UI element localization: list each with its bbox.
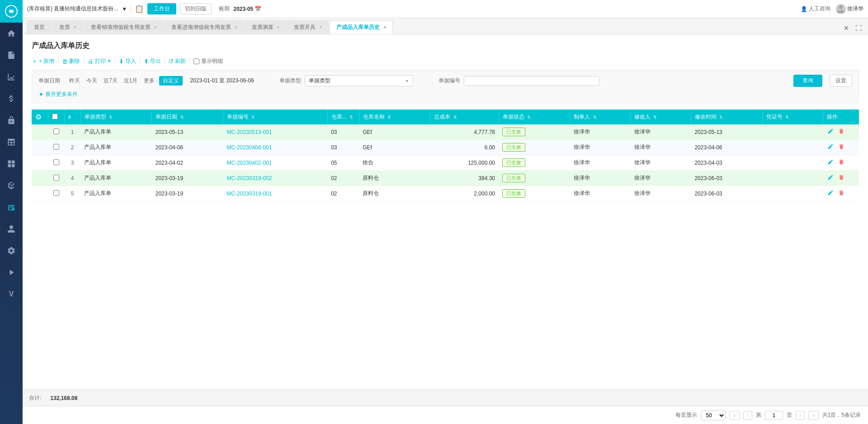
view-button-2[interactable] [826, 158, 835, 167]
delete-button[interactable]: 🗑 删除 [62, 57, 80, 65]
col-total-cost[interactable]: 总成本 ⇅ [430, 110, 499, 124]
date-option-custom[interactable]: 自定义 [159, 76, 183, 86]
delete-button-2[interactable] [837, 158, 845, 167]
doc-icon[interactable]: 📋 [135, 5, 144, 13]
tab-sales-vat[interactable]: 查看销项增值税专用发票 × [84, 20, 164, 34]
date-option-7days[interactable]: 近7天 [102, 76, 119, 86]
cell-modifier-4: 徐泽华 [631, 186, 691, 201]
period-calendar-icon: 📅 [255, 6, 261, 12]
setting-button[interactable]: 设置 [830, 75, 852, 87]
prev-page-button[interactable]: ‹ [743, 411, 752, 420]
last-page-button[interactable]: » [808, 411, 819, 420]
first-page-button[interactable]: « [729, 411, 740, 420]
date-option-yesterday[interactable]: 昨天 [67, 76, 82, 86]
sidebar-item-lock[interactable] [0, 110, 23, 131]
delete-button-0[interactable] [837, 127, 845, 137]
tab-calc-close[interactable]: × [277, 25, 280, 30]
date-option-more[interactable]: 更多 [142, 76, 156, 86]
tab-open[interactable]: 发票开具 × [287, 20, 329, 34]
sidebar-item-v[interactable]: V [0, 283, 23, 305]
tab-purchase-vat-close[interactable]: × [235, 25, 237, 30]
sidebar-item-play[interactable] [0, 262, 23, 283]
view-button-0[interactable] [826, 127, 835, 137]
view-button-4[interactable] [826, 189, 835, 198]
select-all-checkbox[interactable] [52, 114, 58, 119]
row-link-4[interactable]: MC-20230319-001 [226, 191, 272, 197]
workbench-button[interactable]: 工作台 [147, 3, 176, 14]
tab-invoice[interactable]: 发票 × [52, 20, 83, 34]
type-filter-select[interactable]: 单据类型 ▼ [305, 75, 413, 86]
col-warehouse-code[interactable]: 仓库... ⇅ [327, 110, 359, 124]
col-warehouse-name[interactable]: 仓库名称 ⇅ [359, 110, 430, 124]
tab-open-close[interactable]: × [319, 25, 322, 30]
col-voucher[interactable]: 凭证号 ⇅ [762, 110, 823, 124]
row-link-1[interactable]: MC-20230406-001 [226, 144, 272, 151]
app-logo[interactable] [0, 0, 23, 23]
date-range-display[interactable]: 2023-01-01 至 2023-06-06 [190, 77, 254, 85]
next-page-button[interactable]: › [796, 411, 805, 420]
tab-invoice-close[interactable]: × [74, 25, 76, 30]
col-date[interactable]: 单据日期 ⇅ [152, 110, 223, 124]
filter-row-2: ▼ 展开更多条件 [38, 91, 852, 98]
date-option-1month[interactable]: 近1月 [122, 76, 140, 86]
col-modifier[interactable]: 修改人 ⇅ [631, 110, 691, 124]
sidebar-item-grid[interactable] [0, 153, 23, 175]
sidebar-item-settings[interactable] [0, 240, 23, 262]
tab-calc[interactable]: 发票测算 × [245, 20, 287, 34]
settings-icon[interactable]: ⚙ [35, 113, 42, 121]
tab-close-all-button[interactable]: ✕ [842, 24, 851, 33]
delete-button-3[interactable] [837, 173, 845, 183]
tab-purchase-vat[interactable]: 查看进项增值税专用发票 × [165, 20, 244, 34]
tab-product-history-close[interactable]: × [383, 25, 386, 30]
date-option-today[interactable]: 今天 [85, 76, 99, 86]
sidebar-item-chart[interactable] [0, 66, 23, 88]
row-link-2[interactable]: MC-20230402-001 [226, 160, 272, 166]
tab-sales-vat-close[interactable]: × [154, 25, 157, 30]
sidebar-item-box[interactable] [0, 175, 23, 196]
export-button[interactable]: ⬆ 导出 [144, 57, 161, 65]
tab-expand-button[interactable]: ⛶ [854, 24, 863, 33]
row-checkbox-2[interactable] [53, 159, 59, 165]
status-badge-0: 已生效 [502, 128, 525, 136]
period-value[interactable]: 2023-05 📅 [233, 6, 261, 12]
user-menu[interactable]: 徐泽华 [836, 4, 863, 14]
show-detail-checkbox[interactable] [193, 58, 199, 64]
row-checkbox-1[interactable] [53, 144, 59, 150]
col-modify-time[interactable]: 修改时间 ⇅ [691, 110, 762, 124]
col-number[interactable]: 单据编号 ⇅ [223, 110, 327, 124]
delete-button-4[interactable] [837, 189, 845, 198]
tab-home[interactable]: 首页 [27, 20, 52, 34]
view-button-3[interactable] [826, 173, 835, 183]
col-settings[interactable]: ⚙ [32, 110, 48, 124]
col-type[interactable]: 单据类型 ⇅ [80, 110, 152, 124]
company-dropdown-icon[interactable]: ▼ [122, 6, 127, 12]
row-checkbox-4[interactable] [53, 190, 59, 196]
view-button-1[interactable] [826, 143, 835, 152]
delete-button-1[interactable] [837, 143, 845, 152]
sidebar-item-table[interactable] [0, 131, 23, 153]
sidebar-item-doc[interactable] [0, 44, 23, 66]
sidebar-item-home[interactable] [0, 23, 23, 44]
row-checkbox-0[interactable] [53, 129, 59, 134]
import-button[interactable]: ⬇ 导入 [119, 57, 136, 65]
sidebar-item-user[interactable] [0, 218, 23, 240]
sidebar-item-money[interactable] [0, 88, 23, 110]
number-filter-input[interactable] [464, 76, 599, 86]
show-detail-toggle[interactable]: 显示明细 [193, 57, 223, 65]
switch-button[interactable]: 切到旧版 [180, 3, 212, 14]
sidebar-item-storage[interactable] [0, 196, 23, 218]
page-size-select[interactable]: 50 10 20 100 [701, 410, 726, 420]
tab-product-history[interactable]: 产成品入库单历史 × [330, 20, 393, 34]
expand-more-button[interactable]: ▼ 展开更多条件 [38, 91, 78, 98]
query-button[interactable]: 查询 [793, 75, 822, 87]
row-link-3[interactable]: MC-20230319-002 [226, 175, 272, 181]
service-button[interactable]: 👤 人工咨询 [801, 5, 830, 13]
print-button[interactable]: 🖨 打印 ▼ [88, 57, 111, 65]
row-checkbox-3[interactable] [53, 175, 59, 181]
col-creator[interactable]: 制单人 ⇅ [570, 110, 631, 124]
row-link-0[interactable]: MC-20230513-001 [226, 129, 272, 135]
page-number-input[interactable] [765, 411, 783, 420]
col-status[interactable]: 单据状态 ⇅ [499, 110, 570, 124]
refresh-button[interactable]: ↺ 刷新 [169, 57, 186, 65]
new-button[interactable]: ＋ + 新增 [32, 57, 54, 65]
